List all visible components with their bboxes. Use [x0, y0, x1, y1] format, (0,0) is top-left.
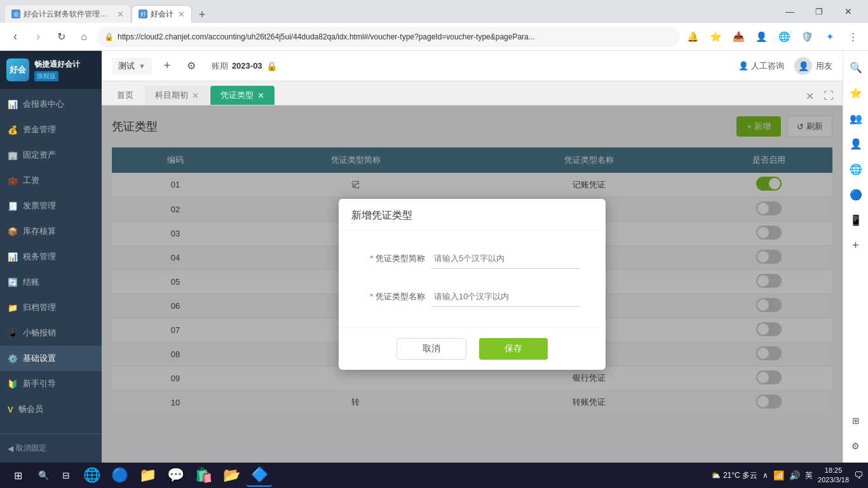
taskbar-app-edge[interactable]: 🌐: [79, 464, 104, 487]
taskbar-app-chrome[interactable]: 🔵: [107, 464, 132, 487]
back-button[interactable]: ‹: [5, 27, 25, 47]
sidebar-items: 📊 会报表中心 💰 资金管理 🏢 固定资产 💼 工资 🧾 发票管理 📦: [0, 89, 102, 433]
cancel-button[interactable]: 取消: [397, 338, 466, 360]
right-chrome-icon[interactable]: 🌐: [844, 158, 867, 180]
toolbar-icon-5[interactable]: 🌐: [774, 27, 794, 47]
minimize-button[interactable]: —: [775, 1, 804, 22]
taskbar-arrow[interactable]: ∧: [763, 471, 768, 480]
browser-tab-1[interactable]: 会 好会计云财务软件管理系统_会计 ✕: [5, 5, 130, 23]
browser-tab-2[interactable]: 好 好会计 ✕: [132, 5, 192, 23]
consult-btn[interactable]: 👤 人工咨询: [738, 60, 784, 72]
sidebar-item-invoice[interactable]: 🧾 发票管理: [0, 193, 102, 219]
toolbar-icon-4[interactable]: 👤: [751, 27, 771, 47]
taskbar-notification[interactable]: 🗨: [854, 470, 863, 480]
dialog: 新增凭证类型 * 凭证类型简称 *: [339, 199, 606, 370]
tab2-close[interactable]: ✕: [178, 10, 185, 19]
header-settings-btn[interactable]: ⚙: [182, 57, 200, 75]
sidebar-item-funds[interactable]: 💰 资金管理: [0, 117, 102, 142]
right-settings-icon[interactable]: ⚙: [844, 435, 867, 458]
sidebar-item-guide[interactable]: 🔰 新手引导: [0, 371, 102, 396]
taskbar-wifi-icon: 📶: [773, 470, 784, 480]
tab-voucher-type[interactable]: 凭证类型 ✕: [210, 86, 275, 105]
right-user-icon[interactable]: 👥: [844, 107, 867, 130]
name-label-text: 凭证类型名称: [376, 292, 425, 301]
edge2-icon: 🔷: [251, 466, 268, 483]
taskbar-app-store[interactable]: 🛍️: [191, 464, 216, 487]
tab-subjects-close[interactable]: ✕: [192, 91, 199, 100]
period-lock-icon: 🔒: [266, 61, 277, 71]
files-icon: 📁: [139, 467, 156, 484]
right-add-icon[interactable]: +: [844, 234, 867, 257]
sidebar-item-archive[interactable]: 📁 归档管理: [0, 295, 102, 320]
forward-button[interactable]: ›: [28, 27, 48, 47]
user-info[interactable]: 👤 用友: [794, 57, 832, 75]
period-info: 账期 2023-03 🔒: [212, 60, 277, 72]
right-person-icon[interactable]: 👤: [844, 132, 867, 155]
start-button[interactable]: ⊞: [5, 465, 31, 485]
close-button[interactable]: ✕: [834, 1, 863, 22]
sidebar-item-salary[interactable]: 💼 工资: [0, 168, 102, 193]
right-app-icon[interactable]: 📱: [844, 208, 867, 231]
tab1-close[interactable]: ✕: [117, 10, 124, 19]
sidebar-item-inventory[interactable]: 📦 库存核算: [0, 219, 102, 244]
taskbar-app-wechat[interactable]: 💬: [163, 464, 188, 487]
taskbar-lang: 英: [805, 470, 813, 481]
toolbar-icon-3[interactable]: 📥: [728, 27, 749, 47]
toolbar-icon-8[interactable]: ⋮: [843, 27, 863, 47]
sidebar-item-settings[interactable]: ⚙️ 基础设置: [0, 346, 102, 371]
short-input[interactable]: [431, 248, 580, 269]
taskbar-view-btn[interactable]: ⊟: [56, 465, 76, 485]
sidebar-item-assets[interactable]: 🏢 固定资产: [0, 142, 102, 168]
cancel-pin-btn[interactable]: ◀ 取消固定: [8, 439, 94, 458]
save-button[interactable]: 保存: [479, 338, 548, 360]
toolbar-icon-7[interactable]: ✦: [820, 27, 840, 47]
guide-icon: 🔰: [8, 379, 18, 389]
guide-label: 新手引导: [23, 378, 56, 390]
lock-icon: 🔒: [104, 32, 114, 41]
right-edge-icon[interactable]: 🔵: [844, 183, 867, 206]
expense-label: 小畅报销: [23, 327, 56, 339]
tab-expand-btn[interactable]: ✕: [801, 87, 818, 105]
taskbar-search-btn[interactable]: 🔍: [33, 465, 53, 485]
toolbar-icon-1[interactable]: 🔔: [682, 27, 703, 47]
expense-icon: 📱: [8, 329, 18, 338]
tab1-label: 好会计云财务软件管理系统_会计: [24, 9, 112, 20]
sidebar-item-expense[interactable]: 📱 小畅报销: [0, 320, 102, 346]
name-input[interactable]: [431, 287, 580, 307]
sidebar-item-reports[interactable]: 📊 会报表中心: [0, 92, 102, 117]
taskbar-app-folder[interactable]: 📂: [219, 464, 244, 487]
settings-label: 基础设置: [23, 353, 56, 364]
tab-voucher-close[interactable]: ✕: [257, 91, 264, 100]
wechat-icon: 💬: [167, 467, 184, 484]
taskbar-date: 2023/3/18: [818, 475, 849, 485]
tab-voucher-label: 凭证类型: [220, 90, 254, 101]
refresh-button[interactable]: ↻: [51, 27, 71, 47]
browser-titlebar: 会 好会计云财务软件管理系统_会计 ✕ 好 好会计 ✕ + — ❐ ✕: [0, 0, 868, 23]
new-tab-button[interactable]: +: [193, 6, 211, 23]
taskbar-right-area: ⛅ 21°C 多云 ∧ 📶 🔊 英 18:25 2023/3/18 🗨: [711, 466, 863, 485]
sidebar-item-tax[interactable]: 📊 税务管理: [0, 244, 102, 269]
tab-fullscreen-btn[interactable]: ⛶: [820, 87, 837, 105]
closing-icon: 🔄: [8, 278, 18, 287]
toolbar-icon-2[interactable]: ⭐: [705, 27, 726, 47]
home-button[interactable]: ⌂: [74, 27, 94, 47]
salary-icon: 💼: [8, 176, 18, 186]
tab-home[interactable]: 首页: [107, 86, 144, 105]
maximize-button[interactable]: ❐: [804, 1, 834, 22]
header-right: 👤 人工咨询 👤 用友: [738, 57, 832, 75]
add-company-btn[interactable]: +: [158, 57, 176, 75]
reports-icon: 📊: [8, 100, 18, 109]
tab-subjects[interactable]: 科目期初 ✕: [145, 86, 209, 105]
address-bar[interactable]: 🔒 https://cloud2.chanjet.com/accounting/…: [97, 27, 680, 47]
taskbar-app-files[interactable]: 📁: [135, 464, 160, 487]
app-header: 测试 ▼ + ⚙ 账期 2023-03 🔒 👤 人工咨询 👤 用友: [102, 51, 843, 81]
right-star-icon[interactable]: ⭐: [844, 81, 867, 104]
right-grid-icon[interactable]: ⊞: [844, 409, 867, 432]
taskbar-app-edge2[interactable]: 🔷: [247, 464, 272, 487]
sidebar-item-closing[interactable]: 🔄 结账: [0, 269, 102, 295]
right-search-icon[interactable]: 🔍: [844, 56, 867, 79]
url-text: https://cloud2.chanjet.com/accounting/uh…: [118, 32, 535, 41]
company-selector[interactable]: 测试 ▼: [112, 58, 152, 74]
sidebar-item-vip[interactable]: V 畅会员: [0, 396, 102, 422]
toolbar-icon-6[interactable]: 🛡️: [797, 27, 817, 47]
